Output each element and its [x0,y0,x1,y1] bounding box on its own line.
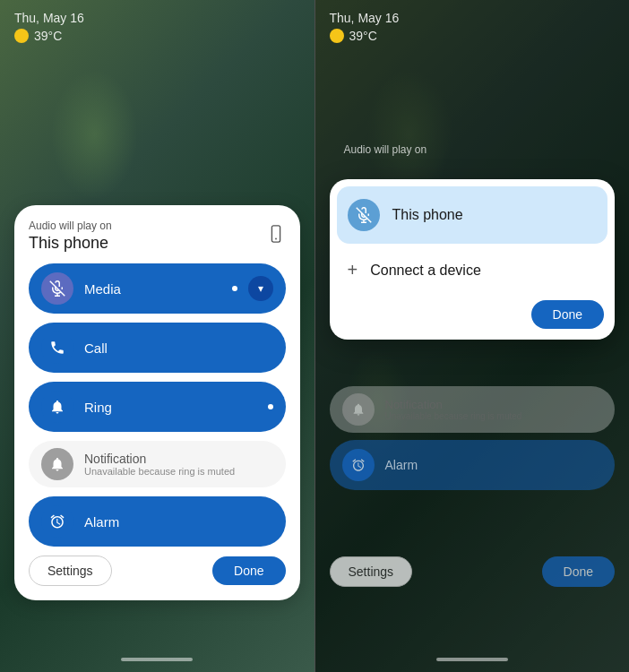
notification-icon-circle [41,448,73,480]
ring-label: Ring [84,400,257,415]
right-notif-subtitle: Unavailable because ring is muted [385,411,522,421]
audio-device-row: Audio will play on This phone [29,220,286,253]
left-volume-panel: Audio will play on This phone Media ▾ [14,205,300,600]
call-label: Call [84,340,273,356]
left-weather: 39°C [34,29,62,43]
notification-subtitle: Unavailable because ring is muted [84,466,235,477]
alarm-icon-circle [41,505,73,538]
right-home-indicator [436,658,508,661]
notification-label: Notification [84,452,235,466]
call-icon-circle [41,332,73,364]
right-notif-text: Notification Unavailable because ring is… [385,398,522,421]
left-phone-panel: Thu, May 16 39°C Audio will play on This… [0,0,314,672]
right-audio-header: Audio will play on [344,143,601,156]
right-phone-panel: Thu, May 16 39°C Audio will play on This… [315,0,630,672]
right-date: Thu, May 16 [330,11,616,25]
right-alarm-icon [342,449,375,481]
audio-header-left: Audio will play on This phone [29,220,112,253]
ring-icon-circle [41,391,73,423]
right-alarm-label: Alarm [385,458,418,472]
right-settings-button[interactable]: Settings [330,556,413,587]
call-volume-item[interactable]: Call [29,323,286,373]
left-device-name: This phone [29,234,112,253]
left-status-bar: Thu, May 16 39°C [0,0,314,50]
phone-device-icon [266,224,286,248]
connect-device-label: Connect a device [370,263,481,279]
alarm-volume-item[interactable]: Alarm [29,496,286,547]
right-faded-notification: Notification Unavailable because ring is… [330,386,616,433]
ring-volume-item[interactable]: Ring [29,382,286,432]
right-faded-alarm: Alarm [330,440,616,490]
media-label: Media [84,281,221,297]
right-done-button[interactable]: Done [542,556,615,587]
right-notif-label: Notification [385,398,522,411]
plus-icon: + [348,260,358,280]
right-content: Thu, May 16 39°C Audio will play on This… [315,0,630,672]
connect-device-popup-item[interactable]: + Connect a device [337,247,608,293]
sun-icon [14,29,29,43]
audio-plays-on-label: Audio will play on [29,220,112,232]
media-chevron[interactable]: ▾ [248,276,273,301]
right-audio-plays-label: Audio will play on [344,143,601,156]
this-phone-popup-item[interactable]: This phone [337,186,608,244]
media-dot [232,286,237,291]
popup-done-button[interactable]: Done [531,300,604,329]
ring-dot [268,404,273,409]
right-weather-row: 39°C [330,29,616,43]
left-weather-row: 39°C [14,29,300,43]
right-weather: 39°C [349,29,377,43]
left-date: Thu, May 16 [14,11,300,25]
right-faded-items: Notification Unavailable because ring is… [330,386,616,497]
this-phone-label: This phone [392,207,463,223]
left-done-button[interactable]: Done [212,556,285,585]
left-bottom-buttons: Settings Done [29,556,286,586]
right-notif-icon [342,393,375,426]
alarm-label: Alarm [84,514,273,530]
popup-done-row: Done [337,297,608,332]
media-volume-item[interactable]: Media ▾ [29,263,286,314]
notification-volume-item: Notification Unavailable because ring is… [29,441,286,487]
notification-text: Notification Unavailable because ring is… [84,452,235,477]
right-status-bar: Thu, May 16 39°C [315,0,630,50]
left-settings-button[interactable]: Settings [29,556,112,586]
device-popup: This phone + Connect a device Done [330,179,616,340]
media-icon-circle [41,272,73,305]
right-sun-icon [330,29,344,43]
left-home-indicator [121,658,193,661]
this-phone-popup-icon [348,199,380,231]
right-bottom-buttons: Settings Done [330,556,616,587]
